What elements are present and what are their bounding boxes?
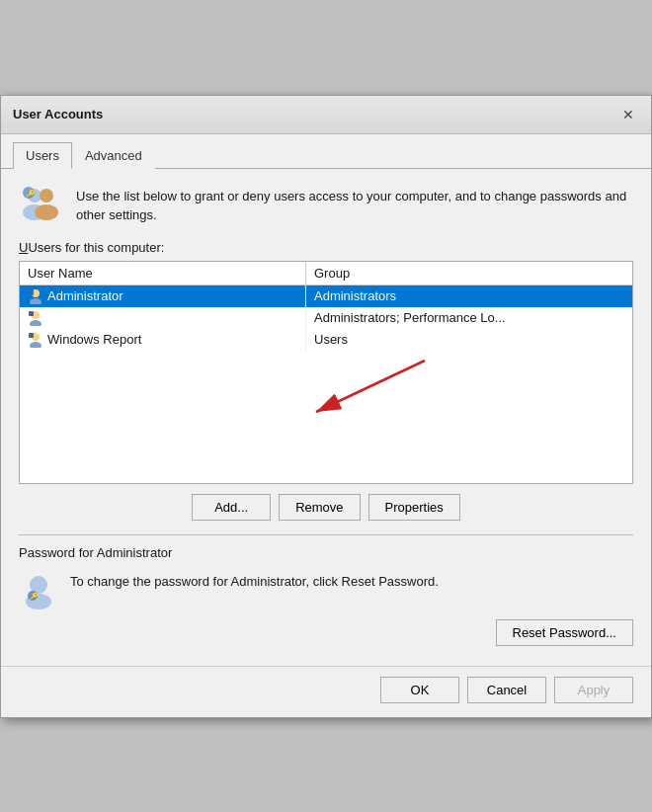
svg-point-11 (30, 320, 41, 326)
title-bar: User Accounts ✕ (1, 96, 651, 134)
username-cell: Windows Report (20, 329, 306, 351)
user-icon: 👤 (28, 288, 43, 304)
username-cell: 👤 Administrator (20, 285, 306, 307)
svg-line-17 (316, 361, 425, 412)
table-header: User Name Group (20, 262, 632, 285)
svg-text:🔑: 🔑 (26, 189, 36, 199)
add-button[interactable]: Add... (192, 494, 271, 521)
col-username: User Name (20, 262, 306, 284)
remove-button[interactable]: Remove (279, 494, 360, 521)
user-accounts-dialog: User Accounts ✕ Users Advanced 🔑 U (0, 95, 652, 718)
tab-users[interactable]: Users (13, 142, 72, 169)
table-body: 👤 Administrator Administrators (20, 285, 632, 483)
users-info-icon: 🔑 (19, 183, 62, 226)
svg-text:👤: 👤 (30, 290, 35, 295)
info-text: Use the list below to grant or deny user… (76, 183, 633, 225)
reset-password-button[interactable]: Reset Password... (496, 619, 634, 646)
group-cell: Users (306, 329, 632, 351)
table-row[interactable]: 👤 Administrator Administrators (20, 285, 632, 307)
username-cell (20, 307, 306, 329)
table-row[interactable]: Windows Report Users (20, 329, 632, 351)
password-section-label: Password for Administrator (19, 545, 633, 560)
group-cell: Administrators (306, 285, 632, 307)
close-button[interactable]: ✕ (617, 104, 639, 125)
svg-rect-12 (29, 311, 34, 316)
cancel-button[interactable]: Cancel (467, 677, 546, 703)
tab-bar: Users Advanced (1, 134, 651, 169)
ok-button[interactable]: OK (380, 677, 459, 703)
user-action-buttons: Add... Remove Properties (19, 494, 633, 521)
users-section-label: UUsers for this computer: (19, 240, 633, 255)
svg-point-3 (35, 204, 58, 220)
dialog-footer: OK Cancel Apply (1, 666, 651, 717)
dialog-title: User Accounts (13, 107, 103, 122)
table-row[interactable]: Administrators; Performance Lo... (20, 307, 632, 329)
password-row: 🔑 To change the password for Administrat… (19, 570, 633, 609)
apply-button[interactable]: Apply (554, 677, 633, 703)
svg-rect-15 (29, 333, 34, 338)
properties-button[interactable]: Properties (368, 494, 460, 521)
password-icon: 🔑 (19, 570, 58, 609)
user-icon (28, 310, 43, 326)
tab-advanced[interactable]: Advanced (72, 142, 155, 169)
arrow-icon (207, 351, 445, 430)
reset-password-row: Reset Password... (19, 619, 633, 646)
svg-point-7 (30, 298, 41, 304)
user-table: User Name Group 👤 Administrator (19, 261, 633, 484)
col-group: Group (306, 262, 632, 284)
group-cell: Administrators; Performance Lo... (306, 307, 632, 329)
password-text: To change the password for Administrator… (70, 570, 633, 592)
svg-point-2 (40, 189, 53, 203)
svg-text:🔑: 🔑 (30, 592, 39, 601)
section-divider (19, 534, 633, 535)
svg-point-14 (30, 342, 41, 348)
user-icon (28, 332, 43, 348)
info-row: 🔑 Use the list below to grant or deny us… (19, 183, 633, 226)
tab-content: 🔑 Use the list below to grant or deny us… (1, 169, 651, 666)
arrow-annotation (20, 351, 632, 430)
